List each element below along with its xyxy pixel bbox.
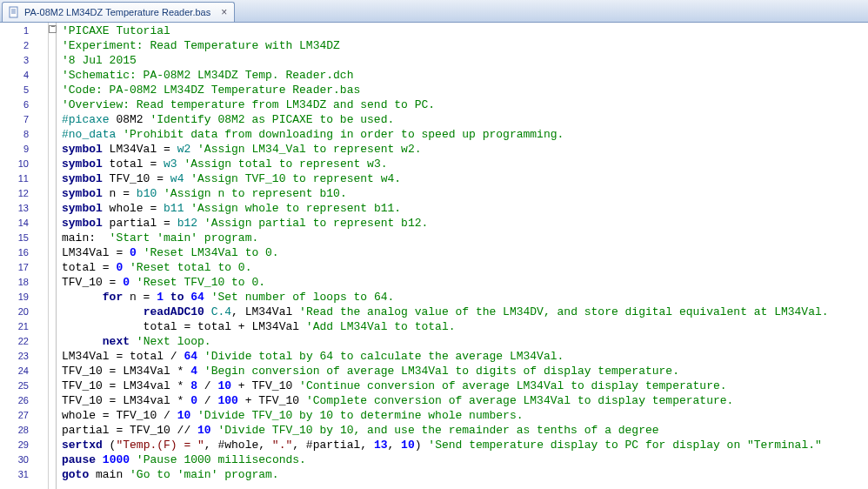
code-line[interactable]: 'Code: PA-08M2 LM34DZ Temperature Reader…	[62, 83, 868, 97]
line-number: 13	[0, 201, 48, 216]
line-number: 19	[0, 290, 48, 305]
code-area[interactable]: 'PICAXE Tutorial'Experiment: Read Temper…	[57, 23, 868, 489]
code-line[interactable]: TFV_10 = LM34val * 8 / 10 + TFV_10 'Cont…	[62, 378, 868, 393]
code-line[interactable]: pause 1000 'Pause 1000 milliseconds.	[62, 452, 868, 467]
line-number: 25	[0, 378, 48, 393]
tab-title: PA-08M2 LM34DZ Temperature Reader.bas	[24, 7, 210, 17]
code-line[interactable]: symbol TFV_10 = w4 'Assign TVF_10 to rep…	[62, 171, 868, 186]
line-number: 24	[0, 364, 48, 378]
code-line[interactable]: total = 0 'Reset total to 0.	[62, 260, 868, 275]
code-line[interactable]: next 'Next loop.	[62, 334, 868, 349]
code-line[interactable]: goto main 'Go to 'main' program.	[62, 467, 868, 482]
close-icon[interactable]: ×	[219, 6, 229, 18]
line-number: 26	[0, 393, 48, 408]
code-line[interactable]: LM34Val = 0 'Reset LM34Val to 0.	[62, 245, 868, 260]
code-line[interactable]: TFV_10 = 0 'Reset TFV_10 to 0.	[62, 275, 868, 290]
code-line[interactable]: LM34Val = total / 64 'Divide total by 64…	[62, 349, 868, 364]
code-line[interactable]: whole = TFV_10 / 10 'Divide TFV_10 by 10…	[62, 408, 868, 423]
code-line[interactable]: TFV_10 = LM34val * 0 / 100 + TFV_10 'Com…	[62, 393, 868, 408]
file-tab[interactable]: PA-08M2 LM34DZ Temperature Reader.bas ×	[2, 2, 235, 22]
line-number: 29	[0, 438, 48, 452]
line-number: 4	[0, 68, 48, 83]
line-number: 30	[0, 452, 48, 467]
tab-bar: PA-08M2 LM34DZ Temperature Reader.bas ×	[0, 0, 868, 23]
code-line[interactable]: '8 Jul 2015	[62, 53, 868, 68]
code-line[interactable]: #picaxe 08M2 'Identify 08M2 as PICAXE to…	[62, 112, 868, 127]
code-line[interactable]: 'Overview: Read temperature from LM34DZ …	[62, 97, 868, 112]
fold-toggle-icon[interactable]	[49, 25, 57, 33]
line-number: 1	[0, 23, 48, 38]
code-line[interactable]: 'Experiment: Read Temperature with LM34D…	[62, 38, 868, 53]
code-line[interactable]: partial = TFV_10 // 10 'Divide TFV_10 by…	[62, 423, 868, 438]
line-number: 11	[0, 171, 48, 186]
fold-margin	[49, 23, 57, 489]
code-line[interactable]: symbol LM34Val = w2 'Assign LM34_Val to …	[62, 142, 868, 157]
line-number: 3	[0, 53, 48, 68]
line-number: 2	[0, 38, 48, 53]
line-number: 22	[0, 334, 48, 349]
code-line[interactable]: readADC10 C.4, LM34Val 'Read the analog …	[62, 305, 868, 319]
line-number: 9	[0, 142, 48, 157]
line-number: 14	[0, 216, 48, 231]
line-number: 27	[0, 408, 48, 423]
line-number: 12	[0, 186, 48, 201]
file-icon	[8, 6, 20, 18]
svg-rect-0	[10, 7, 17, 17]
line-number: 20	[0, 305, 48, 319]
code-line[interactable]: sertxd ("Temp.(F) = ", #whole, ".", #par…	[62, 438, 868, 452]
line-number: 23	[0, 349, 48, 364]
code-line[interactable]: #no_data 'Prohibit data from downloading…	[62, 127, 868, 142]
code-line[interactable]: symbol whole = b11 'Assign whole to repr…	[62, 201, 868, 216]
line-number: 10	[0, 157, 48, 171]
line-number-gutter: 1234567891011121314151617181920212223242…	[0, 23, 49, 489]
code-line[interactable]: symbol total = w3 'Assign total to repre…	[62, 157, 868, 171]
code-line[interactable]: main: 'Start 'main' program.	[62, 231, 868, 245]
line-number: 15	[0, 231, 48, 245]
code-line[interactable]: symbol partial = b12 'Assign partial to …	[62, 216, 868, 231]
code-editor[interactable]: 1234567891011121314151617181920212223242…	[0, 23, 868, 489]
code-line[interactable]: symbol n = b10 'Assign n to represent b1…	[62, 186, 868, 201]
code-line[interactable]: total = total + LM34Val 'Add LM34Val to …	[62, 319, 868, 334]
line-number: 28	[0, 423, 48, 438]
code-line[interactable]: TFV_10 = LM34Val * 4 'Begin conversion o…	[62, 364, 868, 378]
line-number: 7	[0, 112, 48, 127]
line-number: 21	[0, 319, 48, 334]
line-number: 8	[0, 127, 48, 142]
line-number: 6	[0, 97, 48, 112]
code-line[interactable]: for n = 1 to 64 'Set number of loops to …	[62, 290, 868, 305]
line-number: 17	[0, 260, 48, 275]
line-number: 5	[0, 83, 48, 97]
code-line[interactable]: 'PICAXE Tutorial	[62, 23, 868, 38]
line-number: 31	[0, 467, 48, 482]
line-number: 16	[0, 245, 48, 260]
line-number: 18	[0, 275, 48, 290]
code-line[interactable]: 'Schematic: PA-08M2 LM34DZ Temp. Reader.…	[62, 68, 868, 83]
